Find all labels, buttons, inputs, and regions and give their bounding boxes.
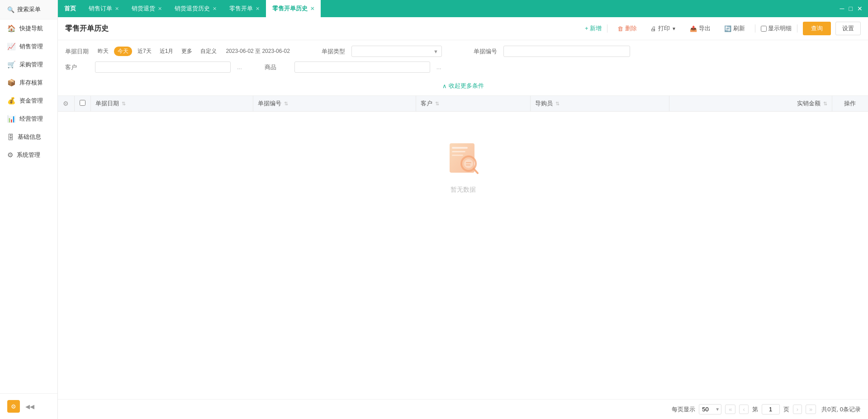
date-opt-custom[interactable]: 自定义: [198, 47, 219, 56]
type-select[interactable]: [351, 46, 442, 57]
sidebar-item-base-info[interactable]: 🗄 基础信息: [0, 128, 57, 146]
type-select-wrapper: ▼: [351, 46, 442, 57]
sidebar-item-sys-mgmt[interactable]: ⚙ 系统管理: [0, 146, 57, 164]
sidebar-bottom: ⚙ ◀◀: [0, 393, 57, 419]
customer-more-icon[interactable]: ...: [237, 64, 242, 71]
sidebar-item-inventory[interactable]: 📦 库存核算: [0, 74, 57, 92]
sidebar-search[interactable]: 🔍 搜索采单: [0, 0, 57, 19]
guide-sort-icon[interactable]: ⇅: [555, 101, 560, 107]
page-size-label: 每页显示: [672, 405, 695, 414]
collapse-sidebar-button[interactable]: ◀◀: [24, 400, 36, 413]
filter-row-2: 客户 ... 商品 ...: [65, 61, 861, 73]
goods-input[interactable]: [294, 61, 430, 73]
sidebar-item-quick-nav[interactable]: 🏠 快捷导航: [0, 19, 57, 38]
tab-retail-history-close[interactable]: ✕: [310, 6, 314, 12]
tab-retail-history-label: 零售开单历史: [272, 5, 308, 13]
sidebar: 🔍 搜索采单 🏠 快捷导航 📈 销售管理 🛒 采购管理 📦 库存核算 💰 资金管…: [0, 0, 58, 419]
sidebar-item-operations[interactable]: 📊 经营管理: [0, 110, 57, 128]
date-opt-7days[interactable]: 近7天: [135, 47, 154, 56]
goods-more-icon[interactable]: ...: [436, 64, 441, 71]
sidebar-item-sales-mgmt[interactable]: 📈 销售管理: [0, 38, 57, 56]
page-size-select[interactable]: 10 20 50 100: [699, 404, 721, 414]
print-dropdown-icon: ▼: [672, 26, 676, 31]
date-opt-yesterday[interactable]: 昨天: [95, 47, 111, 56]
page-title: 零售开单历史: [65, 24, 585, 33]
refresh-button[interactable]: 🔄 刷新: [720, 22, 749, 35]
number-input[interactable]: [503, 46, 630, 57]
sidebar-item-finance[interactable]: 💰 资金管理: [0, 92, 57, 110]
tab-sales-return[interactable]: 销货退货 ✕: [125, 0, 168, 17]
search-icon: 🔍: [7, 6, 14, 13]
collapse-filter-button[interactable]: ∧ 收起更多条件: [440, 79, 487, 93]
divider-3: [797, 24, 797, 33]
collapse-filter-row: ∧ 收起更多条件: [65, 77, 861, 95]
date-opt-today[interactable]: 今天: [114, 47, 132, 56]
type-label: 单据类型: [322, 47, 347, 56]
main-area: 首页 销售订单 ✕ 销货退货 ✕ 销货退货历史 ✕ 零售开单 ✕ 零售开单历史 …: [58, 0, 868, 419]
window-maximize-button[interactable]: □: [849, 5, 853, 12]
date-label: 单据日期: [65, 47, 90, 56]
svg-rect-3: [452, 155, 463, 156]
empty-state: 暂无数据: [58, 112, 868, 212]
export-button[interactable]: 📤 导出: [685, 22, 715, 35]
display-detail-toggle[interactable]: 显示明细: [761, 24, 792, 33]
date-opt-more[interactable]: 更多: [179, 47, 195, 56]
last-page-button[interactable]: »: [806, 405, 816, 414]
tab-sales-order-close[interactable]: ✕: [115, 6, 119, 12]
tab-home[interactable]: 首页: [58, 0, 82, 17]
page-number-input[interactable]: [762, 404, 780, 414]
tab-sales-return-history-close[interactable]: ✕: [213, 6, 217, 12]
collapse-filter-label: 收起更多条件: [449, 82, 484, 90]
date-opt-1month[interactable]: 近1月: [157, 47, 176, 56]
col-settings-icon[interactable]: ⚙: [63, 100, 69, 107]
date-sort-icon[interactable]: ⇅: [122, 101, 126, 107]
display-detail-checkbox[interactable]: [761, 26, 767, 32]
new-button[interactable]: + 新增: [585, 24, 602, 33]
tab-sales-return-history-label: 销货退货历史: [175, 5, 210, 13]
goods-label: 商品: [265, 63, 290, 71]
filter-area: 单据日期 昨天 今天 近7天 近1月 更多 自定义 2023-06-02 至 2…: [58, 40, 868, 96]
export-icon: 📤: [690, 25, 697, 32]
settings-button[interactable]: 设置: [835, 22, 861, 35]
tab-retail-history[interactable]: 零售开单历史 ✕: [266, 0, 321, 17]
page-label: 第: [752, 405, 758, 414]
date-range-display: 2023-06-02 至 2023-06-02: [226, 47, 289, 55]
box-icon: 📦: [7, 79, 16, 87]
refresh-icon: 🔄: [724, 25, 731, 32]
window-minimize-button[interactable]: ─: [840, 5, 844, 12]
next-page-button[interactable]: ›: [793, 405, 802, 414]
col-checkbox-header: [74, 96, 90, 112]
sidebar-item-purchase-mgmt[interactable]: 🛒 采购管理: [0, 56, 57, 74]
prev-page-button[interactable]: ‹: [739, 405, 748, 414]
tab-retail-open-close[interactable]: ✕: [256, 6, 260, 12]
sidebar-item-label: 基础信息: [18, 133, 41, 141]
print-icon: 🖨: [650, 25, 656, 32]
col-gear: ⚙: [58, 96, 74, 112]
number-label: 单据编号: [474, 47, 499, 56]
amount-sort-icon[interactable]: ⇅: [823, 101, 827, 107]
tab-sales-return-history[interactable]: 销货退货历史 ✕: [168, 0, 223, 17]
table-area: ⚙ 单据日期 ⇅ 单据编号: [58, 96, 868, 399]
query-button[interactable]: 查询: [803, 22, 831, 35]
tab-sales-order[interactable]: 销售订单 ✕: [82, 0, 125, 17]
customer-sort-icon[interactable]: ⇅: [435, 101, 439, 107]
window-close-button[interactable]: ✕: [857, 5, 863, 12]
customer-input[interactable]: [95, 61, 231, 73]
delete-button[interactable]: 🗑 删除: [613, 22, 641, 35]
sidebar-item-label: 资金管理: [19, 97, 43, 105]
first-page-button[interactable]: «: [725, 405, 735, 414]
sidebar-item-label: 销售管理: [19, 42, 43, 51]
toolbar-actions: + 新增 🗑 删除 🖨 打印 ▼ 📤 导出 🔄 刷新: [585, 22, 861, 35]
select-all-checkbox[interactable]: [80, 100, 85, 106]
sidebar-search-label: 搜索采单: [17, 5, 41, 14]
divider-2: [755, 24, 755, 33]
number-sort-icon[interactable]: ⇅: [284, 101, 288, 107]
settings-button[interactable]: ⚙: [7, 400, 20, 413]
filter-row-1: 单据日期 昨天 今天 近7天 近1月 更多 自定义 2023-06-02 至 2…: [65, 46, 861, 57]
tab-sales-return-label: 销货退货: [132, 5, 155, 13]
print-button[interactable]: 🖨 打印 ▼: [646, 22, 681, 35]
tab-sales-return-close[interactable]: ✕: [158, 6, 162, 12]
content-area: 零售开单历史 + 新增 🗑 删除 🖨 打印 ▼ 📤 导出 �: [58, 17, 868, 419]
tab-retail-open[interactable]: 零售开单 ✕: [223, 0, 266, 17]
svg-rect-1: [452, 147, 468, 149]
